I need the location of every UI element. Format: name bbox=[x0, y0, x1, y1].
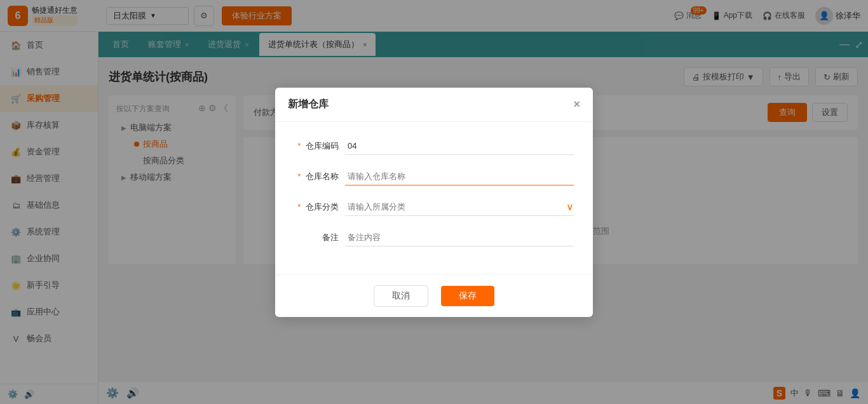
modal-close-icon[interactable]: × bbox=[573, 98, 580, 111]
modal-add-warehouse: 新增仓库 × * 仓库编码 * 仓库名称 bbox=[275, 88, 593, 317]
save-button[interactable]: 保存 bbox=[441, 286, 494, 306]
warehouse-code-input[interactable] bbox=[345, 137, 574, 155]
category-select-wrap[interactable]: ∨ bbox=[345, 198, 574, 216]
field-warehouse-name: * 仓库名称 bbox=[294, 168, 574, 185]
modal-footer: 取消 保存 bbox=[275, 274, 593, 317]
modal-title: 新增仓库 bbox=[288, 98, 329, 111]
modal-overlay[interactable]: 新增仓库 × * 仓库编码 * 仓库名称 bbox=[0, 0, 868, 404]
chevron-down-select-icon: ∨ bbox=[566, 201, 574, 213]
field-category-label: * 仓库分类 bbox=[294, 201, 345, 213]
warehouse-name-input[interactable] bbox=[345, 168, 574, 185]
cancel-button[interactable]: 取消 bbox=[374, 285, 428, 307]
modal-body: * 仓库编码 * 仓库名称 * 仓库分类 bbox=[275, 122, 593, 274]
modal-header: 新增仓库 × bbox=[275, 88, 593, 122]
field-warehouse-category: * 仓库分类 ∨ bbox=[294, 198, 574, 216]
field-code-label: * 仓库编码 bbox=[294, 140, 345, 152]
category-input[interactable] bbox=[345, 198, 566, 215]
field-name-label: * 仓库名称 bbox=[294, 171, 345, 182]
field-remark: * 备注 bbox=[294, 229, 574, 246]
field-remark-label: * 备注 bbox=[294, 232, 345, 243]
remark-input[interactable] bbox=[345, 229, 574, 246]
field-warehouse-code: * 仓库编码 bbox=[294, 137, 574, 155]
